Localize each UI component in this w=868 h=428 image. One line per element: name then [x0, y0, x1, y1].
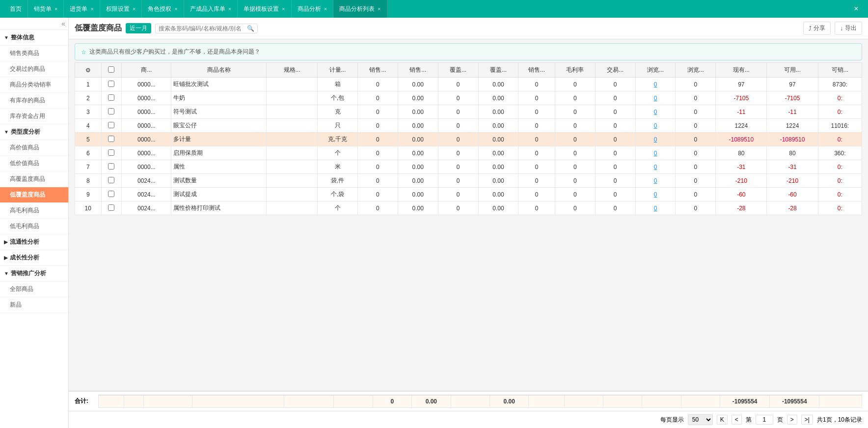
prev-page-button[interactable]: <	[732, 415, 742, 425]
nav-purchase-order[interactable]: 进货单 ×	[64, 0, 100, 18]
nav-permission-settings[interactable]: 权限设置 ×	[100, 0, 142, 18]
nav-sales-order[interactable]: 销货单 ×	[28, 0, 64, 18]
table-cell: 0.00	[398, 91, 438, 105]
row-checkbox[interactable]	[108, 149, 114, 156]
sidebar-group-overall[interactable]: ▼ 整体信息	[0, 30, 68, 46]
table-cell: 0	[357, 188, 398, 201]
nav-home[interactable]: 首页	[4, 0, 28, 18]
table-cell: 多计量	[171, 133, 266, 146]
sidebar-item-low-value[interactable]: 低价值商品	[0, 156, 68, 171]
sidebar-group-liquidity[interactable]: ▶ 流通性分析	[0, 234, 68, 250]
first-page-button[interactable]: K	[717, 415, 728, 425]
table-cell: 0	[438, 91, 478, 105]
settings-icon[interactable]: ⚙	[85, 67, 91, 74]
total-empty6	[334, 395, 373, 408]
close-icon[interactable]: ×	[133, 6, 136, 12]
row-checkbox[interactable]	[108, 122, 114, 128]
table-cell: -60	[767, 188, 818, 201]
table-header-row: ⚙ 商... 商品名称 规格... 计量... 销售... 销售... 覆盖..…	[75, 63, 862, 78]
sidebar-item-stock-goods[interactable]: 有库存的商品	[0, 93, 68, 109]
nav-finished-goods[interactable]: 产成品入库单 ×	[184, 0, 238, 18]
search-input[interactable]	[159, 25, 247, 32]
page-size-select[interactable]: 50 100	[688, 414, 713, 425]
close-icon[interactable]: ×	[228, 6, 231, 12]
sidebar-group-type-analysis[interactable]: ▼ 类型度分析	[0, 124, 68, 140]
close-icon[interactable]: ×	[324, 6, 327, 12]
export-button[interactable]: ↓ 导出	[835, 22, 862, 35]
footer-label: 合计:	[75, 397, 88, 405]
nav-role-auth[interactable]: 角色授权 ×	[142, 0, 184, 18]
row-checkbox[interactable]	[108, 108, 114, 114]
sidebar-item-new-goods[interactable]: 新品	[0, 297, 68, 313]
sidebar-item-sales-goods[interactable]: 销售类商品	[0, 46, 68, 61]
share-button[interactable]: ⤴ 分享	[803, 22, 831, 35]
close-icon[interactable]: ×	[90, 6, 93, 12]
row-checkbox[interactable]	[108, 177, 114, 183]
table-row: 20000...牛奶个,包00.0000.0000000-7105-71050:	[75, 91, 862, 105]
footer-table: 0 0.00 0.00 -1095554 -1095554	[98, 395, 862, 408]
table-cell: 0	[635, 146, 676, 160]
sidebar-item-high-margin[interactable]: 高毛利商品	[0, 203, 68, 219]
sidebar-item-traded-goods[interactable]: 交易过的商品	[0, 61, 68, 77]
next-page-button[interactable]: >	[787, 415, 797, 425]
total-empty12	[681, 395, 720, 408]
table-cell: 0	[357, 201, 398, 215]
nav-product-analysis-list[interactable]: 商品分析列表 ×	[333, 0, 387, 18]
close-icon[interactable]: ×	[174, 6, 177, 12]
sidebar-item-high-coverage[interactable]: 高覆盖度商品	[0, 171, 68, 187]
col-avail-header: 可用...	[767, 63, 818, 78]
row-checkbox[interactable]	[108, 163, 114, 170]
sidebar-item-high-value[interactable]: 高价值商品	[0, 140, 68, 156]
row-checkbox[interactable]	[108, 94, 114, 101]
search-icon[interactable]: 🔍	[247, 25, 254, 32]
nav-template-settings[interactable]: 单据模板设置 ×	[238, 0, 291, 18]
close-icon[interactable]: ×	[378, 6, 380, 12]
nav-product-analysis[interactable]: 商品分析 ×	[292, 0, 333, 18]
window-close-button[interactable]: ×	[848, 0, 864, 18]
table-cell: 0	[518, 188, 555, 201]
table-row: 100024...属性价格打印测试个00.0000.0000000-28-280…	[75, 201, 862, 215]
period-button[interactable]: 近一月	[126, 23, 151, 33]
table-cell: 8730:	[818, 78, 862, 91]
table-cell: 0.00	[398, 119, 438, 133]
sidebar-collapse-button[interactable]: «	[61, 20, 65, 28]
table-cell: 0024...	[122, 201, 171, 215]
sidebar-item-all-goods[interactable]: 全部商品	[0, 282, 68, 297]
select-all-checkbox[interactable]	[108, 66, 114, 73]
table-cell: 0.00	[478, 78, 518, 91]
page-number-input[interactable]	[756, 415, 773, 425]
total-empty11	[642, 395, 681, 408]
table-cell: 0	[676, 160, 716, 174]
table-cell: -7105	[767, 91, 818, 105]
table-cell: 0	[518, 78, 555, 91]
table-cell: 0000...	[122, 146, 171, 160]
table-cell: 0	[518, 160, 555, 174]
close-icon[interactable]: ×	[282, 6, 285, 12]
sidebar-item-stock-capital[interactable]: 库存资金占用	[0, 109, 68, 124]
table-cell	[266, 133, 317, 146]
table-row: 10000...旺铺批次测试箱00.0000.000000097978730:	[75, 78, 862, 91]
sidebar-item-low-coverage[interactable]: 低覆盖度商品	[0, 187, 68, 203]
sidebar-item-category-rate[interactable]: 商品分类动销率	[0, 77, 68, 93]
col-checkbox-header[interactable]	[101, 63, 122, 78]
table-cell: 0	[518, 91, 555, 105]
table-cell: 0	[357, 174, 398, 188]
table-cell: 0000...	[122, 78, 171, 91]
table-cell: 0.00	[478, 188, 518, 201]
table-wrapper[interactable]: ⚙ 商... 商品名称 规格... 计量... 销售... 销售... 覆盖..…	[69, 62, 868, 391]
close-icon[interactable]: ×	[54, 6, 57, 12]
row-checkbox[interactable]	[108, 204, 114, 211]
row-checkbox[interactable]	[108, 191, 114, 197]
table-cell: 0	[595, 78, 635, 91]
table-cell: -28	[767, 201, 818, 215]
table-cell: -28	[716, 201, 767, 215]
table-cell	[101, 174, 122, 188]
row-checkbox[interactable]	[108, 81, 114, 87]
col-settings[interactable]: ⚙	[75, 63, 102, 78]
table-cell	[101, 119, 122, 133]
sidebar-group-growth[interactable]: ▶ 成长性分析	[0, 250, 68, 266]
sidebar-group-marketing[interactable]: ▼ 营销推广分析	[0, 266, 68, 282]
sidebar-item-low-margin[interactable]: 低毛利商品	[0, 219, 68, 234]
row-checkbox[interactable]	[108, 136, 114, 142]
last-page-button[interactable]: >|	[801, 415, 813, 425]
